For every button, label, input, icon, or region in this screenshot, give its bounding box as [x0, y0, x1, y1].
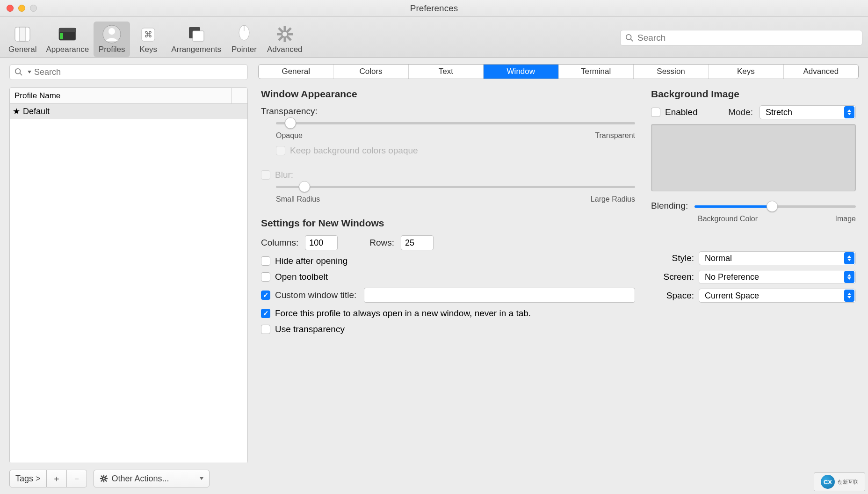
search-icon: [625, 34, 634, 42]
mode-select[interactable]: Stretch: [760, 105, 856, 119]
content: Profile Name ★ Default Tags > ＋ － Other …: [0, 58, 868, 494]
select-arrows-icon: [844, 271, 854, 283]
tab-advanced[interactable]: Advanced: [784, 65, 858, 79]
bg-image-well[interactable]: [651, 124, 856, 191]
custom-title-label: Custom window title:: [275, 290, 356, 300]
svg-rect-3: [59, 28, 76, 32]
tab-window[interactable]: Window: [484, 65, 558, 79]
svg-rect-10: [193, 31, 204, 41]
columns-input[interactable]: [305, 235, 338, 250]
svg-point-6: [108, 28, 115, 35]
profile-table-header[interactable]: Profile Name: [10, 88, 247, 104]
toolbar-pointer[interactable]: Pointer: [226, 22, 262, 57]
columns-label: Columns:: [261, 238, 298, 248]
profile-header-col2: [231, 88, 243, 103]
star-icon: ★: [13, 106, 20, 116]
profile-detail: General Colors Text Window Terminal Sess…: [258, 64, 863, 487]
profile-row-default[interactable]: ★ Default: [10, 104, 247, 119]
toolbar-label: Profiles: [99, 45, 125, 54]
hide-after-opening-checkbox[interactable]: Hide after opening: [261, 256, 635, 266]
toolbar-general[interactable]: General: [4, 22, 41, 57]
remove-profile-button[interactable]: －: [67, 470, 87, 487]
toolbar-keys[interactable]: ⌘ Keys: [130, 22, 166, 57]
tab-session[interactable]: Session: [634, 65, 709, 79]
appearance-icon: [57, 24, 78, 44]
profiles-icon: [101, 24, 122, 44]
profile-search[interactable]: [9, 64, 248, 80]
toolbar-profiles[interactable]: Profiles: [94, 22, 130, 57]
watermark-badge: CX: [821, 475, 835, 489]
toolbar: General Appearance Profiles ⌘ Keys Arran…: [0, 17, 868, 58]
custom-title-checkbox[interactable]: [261, 291, 270, 300]
svg-text:⌘: ⌘: [144, 30, 152, 39]
plus-icon: ＋: [52, 473, 61, 484]
profile-header-name: Profile Name: [14, 91, 231, 101]
svg-point-21: [15, 69, 21, 74]
traffic-lights: [7, 5, 37, 12]
gear-icon: [100, 474, 108, 483]
custom-title-row: Custom window title:: [261, 288, 635, 303]
keys-icon: ⌘: [138, 24, 159, 44]
minimize-icon[interactable]: [18, 5, 25, 12]
titlebar: Preferences: [0, 0, 868, 17]
toolbar-search[interactable]: [620, 30, 862, 46]
search-icon: [14, 68, 23, 76]
toolbar-advanced[interactable]: Advanced: [262, 22, 307, 57]
chevron-down-icon[interactable]: [28, 71, 31, 73]
bg-enabled-checkbox[interactable]: Enabled: [651, 107, 698, 117]
section-new-windows: Settings for New Windows: [261, 218, 635, 229]
open-toolbelt-checkbox[interactable]: Open toolbelt: [261, 272, 635, 282]
force-new-window-checkbox[interactable]: Force this profile to always open in a n…: [261, 308, 635, 319]
tab-terminal[interactable]: Terminal: [559, 65, 634, 79]
use-transparency-checkbox[interactable]: Use transparency: [261, 324, 635, 334]
space-label: Space:: [651, 291, 694, 301]
svg-point-18: [282, 32, 287, 36]
profile-bottom-bar: Tags > ＋ － Other Actions...: [9, 470, 248, 487]
tab-text[interactable]: Text: [409, 65, 484, 79]
transparency-slider[interactable]: [276, 117, 635, 129]
blending-label: Blending:: [651, 201, 688, 211]
toolbar-label: Keys: [139, 45, 157, 54]
custom-title-input[interactable]: [364, 288, 635, 303]
add-profile-button[interactable]: ＋: [47, 470, 67, 487]
select-arrows-icon: [844, 106, 854, 118]
tab-keys[interactable]: Keys: [709, 65, 783, 79]
toolbar-arrangements[interactable]: Arrangements: [166, 22, 226, 57]
select-arrows-icon: [844, 290, 854, 302]
opaque-label: Opaque: [276, 131, 303, 140]
other-actions-select[interactable]: Other Actions...: [94, 470, 210, 487]
toolbar-search-input[interactable]: [637, 33, 857, 43]
profile-table: Profile Name ★ Default: [9, 87, 248, 463]
tab-general[interactable]: General: [259, 65, 333, 79]
screen-label: Screen:: [651, 272, 694, 282]
style-select[interactable]: Normal: [699, 251, 856, 265]
mode-label: Mode:: [728, 107, 753, 117]
rows-input[interactable]: [401, 235, 434, 250]
advanced-icon: [275, 24, 295, 44]
profiles-sidebar: Profile Name ★ Default Tags > ＋ － Other …: [5, 64, 248, 487]
select-arrows-icon: [844, 252, 854, 264]
keep-bg-opaque-checkbox: Keep background colors opaque: [276, 145, 635, 156]
blending-slider[interactable]: [694, 201, 856, 212]
svg-point-28: [103, 478, 105, 479]
section-bg-image: Background Image: [651, 88, 856, 100]
tab-colors[interactable]: Colors: [333, 65, 408, 79]
style-label: Style:: [651, 253, 694, 263]
arrangements-icon: [186, 24, 207, 44]
toolbar-label: Arrangements: [171, 45, 221, 54]
close-icon[interactable]: [7, 5, 14, 12]
toolbar-label: Pointer: [231, 45, 257, 54]
space-select[interactable]: Current Space: [699, 289, 856, 303]
other-actions-label: Other Actions...: [112, 474, 169, 484]
general-icon: [12, 24, 33, 44]
chevron-down-icon: [200, 477, 203, 480]
tags-button[interactable]: Tags >: [9, 470, 47, 487]
bg-color-label: Background Color: [698, 215, 758, 223]
toolbar-label: Appearance: [46, 45, 89, 54]
profile-search-input[interactable]: [34, 67, 243, 77]
large-radius-label: Large Radius: [591, 195, 635, 203]
screen-select[interactable]: No Preference: [699, 270, 856, 284]
minus-icon: －: [72, 473, 81, 484]
toolbar-appearance[interactable]: Appearance: [41, 22, 94, 57]
image-label: Image: [835, 215, 856, 223]
